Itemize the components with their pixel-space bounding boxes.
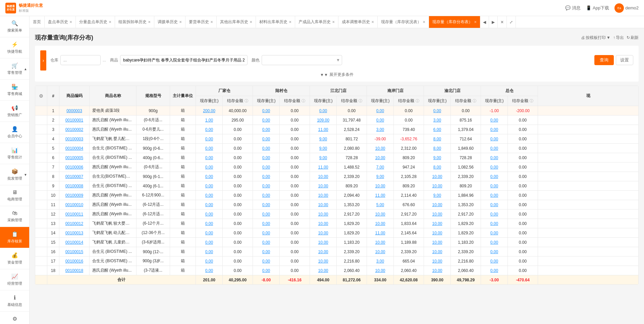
tab-requisition[interactable]: 要货单历史 ✕ bbox=[185, 16, 217, 28]
cell-factory-qty: 0.00 bbox=[196, 200, 223, 210]
warehouse-field: 仓库 ... bbox=[50, 55, 106, 65]
cell-nanan-amt: 739.40 bbox=[394, 125, 424, 134]
sidebar-item-retailstats[interactable]: 📊 零售统计 bbox=[0, 143, 29, 164]
tab-close-stock-dist[interactable]: ✕ bbox=[474, 20, 477, 24]
tab-stock-dist[interactable]: 现存量（库存分布表） ✕ bbox=[429, 16, 480, 28]
tab-expand-btn[interactable]: ⤢ bbox=[507, 16, 516, 28]
tab-close-stockcheck[interactable]: ✕ bbox=[69, 20, 72, 24]
table-row: 4 00100003 飞鹤星飞帆 婴儿配方奶... 1段(0-6个... 箱 0… bbox=[35, 134, 639, 144]
cell-gear bbox=[35, 153, 47, 163]
sidebar-item-ecommerce[interactable]: 🖥 电商管理 bbox=[0, 185, 29, 206]
cell-nanan-amt: 2,145.64 bbox=[394, 228, 424, 238]
app-download-btn[interactable]: 📱 App下载 bbox=[586, 5, 609, 11]
sidebar-item-retailshop[interactable]: 🏪 零售商城 bbox=[0, 80, 29, 101]
cell-gear bbox=[35, 134, 47, 144]
cell-yubei-amt: 875.16 bbox=[451, 115, 481, 125]
cell-name: 合生元 (BIOSTIME) ... bbox=[90, 181, 137, 191]
cell-nanan-qty: 9.00 bbox=[367, 172, 394, 181]
tab-stockcheck[interactable]: 盘点单历史 ✕ bbox=[45, 16, 76, 28]
message-icon: 💬 bbox=[565, 5, 571, 10]
sidebar-item-baseinfo[interactable]: ℹ 基础信息 bbox=[0, 290, 29, 312]
warehouse-ellipsis: ... bbox=[103, 58, 106, 62]
logo-area: 畅捷通好生意 畅捷通好生意 标准版 bbox=[5, 3, 43, 13]
table-row: 17 00100016 合生元 (BIOSTIME) ... 900g (3岁.… bbox=[35, 257, 639, 266]
cell-yubei-amt: 2,339.20 bbox=[451, 172, 481, 181]
tab-product-in-label: 产成品入库单历史 bbox=[299, 19, 331, 25]
cell-index: 12 bbox=[47, 210, 59, 219]
cell-factory-qty: 1.00 bbox=[196, 115, 223, 125]
expand-more-btn[interactable]: ▼▼ 展开更多条件 bbox=[40, 71, 633, 78]
cell-factory-qty: 0.00 bbox=[196, 181, 223, 191]
cell-jiangbei-amt: 2,060.40 bbox=[337, 266, 367, 275]
sidebar-item-purchase[interactable]: 🛍 采购管理 bbox=[0, 206, 29, 227]
settings-col-icon[interactable]: ⚙ bbox=[39, 93, 43, 99]
sidebar-item-member[interactable]: 👤 会员中心 bbox=[0, 122, 29, 143]
message-btn[interactable]: 💬 消息 bbox=[565, 5, 581, 11]
user-area[interactable]: Ea demo2 bbox=[614, 3, 639, 13]
col-header-spec: 规格型号 bbox=[137, 86, 170, 106]
sidebar-item-inventory[interactable]: 📋 库存核算 bbox=[0, 227, 29, 248]
print-btn[interactable]: 🖨 按模板打印 ▼ bbox=[581, 35, 610, 41]
cell-jiangbei-amt: 0.00 bbox=[337, 106, 367, 115]
sidebar-item-wholesale[interactable]: 📦 批发管理 ▼ bbox=[0, 164, 29, 185]
tab-cost-adjust[interactable]: 成本调整单历史 ✕ bbox=[338, 16, 378, 28]
sidebar-item-search[interactable]: 🔍 搜索英单 bbox=[0, 16, 29, 37]
table-row: 6 00100005 合生元 (BIOSTIME) ... 400g (0-6.… bbox=[35, 153, 639, 163]
tab-close-other-out[interactable]: ✕ bbox=[250, 20, 252, 24]
retail-icon: 🛒 bbox=[11, 62, 18, 69]
print-icon: 🖨 bbox=[581, 35, 585, 40]
footer-yubei-amt: 49,798.29 bbox=[451, 275, 481, 285]
collapse-btn[interactable]: › bbox=[40, 50, 46, 71]
cell-nanan-qty: 7.00 bbox=[367, 163, 394, 172]
sidebar-item-finance[interactable]: 💰 资金管理 bbox=[0, 248, 29, 269]
cell-code: 00100011 bbox=[59, 210, 90, 219]
tab-close-partialstock[interactable]: ✕ bbox=[109, 20, 111, 24]
col-sub-factory-amt: 结存金额 ⓘ bbox=[223, 96, 253, 106]
cell-nanan-qty: 3.00 bbox=[367, 257, 394, 266]
goods-input[interactable] bbox=[120, 55, 248, 65]
cell-total-amt: 0.00 bbox=[508, 172, 538, 181]
cell-name: 惠氏启醒 (Wyeth illu... bbox=[90, 125, 137, 134]
col-sub-factory-qty: 现存量(主) bbox=[196, 96, 223, 106]
col-sub-nanan-amt: 结存金额 ⓘ bbox=[394, 96, 424, 106]
tab-assemble[interactable]: 组装拆卸单历史 ✕ bbox=[115, 16, 154, 28]
sidebar-label-operations: 经营管理 bbox=[7, 281, 22, 286]
sidebar-item-marketing[interactable]: 📢 营销推广 bbox=[0, 101, 29, 122]
settings-button[interactable]: 设置 bbox=[616, 55, 633, 65]
color-input[interactable] bbox=[262, 55, 342, 65]
tab-close-stock-status[interactable]: ✕ bbox=[423, 20, 425, 24]
cell-yubei-qty: 9.00 bbox=[424, 191, 451, 200]
tab-product-in[interactable]: 产成品入库单历史 ✕ bbox=[295, 16, 338, 28]
tab-home[interactable]: 首页 bbox=[30, 16, 45, 28]
sidebar-item-system[interactable]: ⚙ 系统管理 bbox=[0, 312, 29, 324]
cell-index: 2 bbox=[47, 115, 59, 125]
tab-more-btn[interactable]: ✕ bbox=[498, 16, 507, 28]
tab-close-assemble[interactable]: ✕ bbox=[148, 20, 151, 24]
tab-other-out[interactable]: 其他出库单历史 ✕ bbox=[217, 16, 256, 28]
tab-material-out-label: 材料出库单历史 bbox=[259, 19, 287, 25]
tab-close-cost-adjust[interactable]: ✕ bbox=[371, 20, 374, 24]
sidebar-item-operations[interactable]: 📈 经营管理 bbox=[0, 269, 29, 290]
cell-total-amt: 0.00 bbox=[508, 257, 538, 266]
cell-code: 00100016 bbox=[59, 257, 90, 266]
tab-close-material-out[interactable]: ✕ bbox=[289, 20, 291, 24]
tab-close-product-in[interactable]: ✕ bbox=[332, 20, 335, 24]
tab-transfer[interactable]: 调拨单历史 ✕ bbox=[154, 16, 185, 28]
query-button[interactable]: 查询 bbox=[594, 55, 614, 65]
tab-close-requisition[interactable]: ✕ bbox=[210, 20, 213, 24]
refresh-btn[interactable]: ↻ 刷新 bbox=[627, 35, 639, 41]
tab-prev-btn[interactable]: ◀ bbox=[480, 16, 489, 28]
cell-extra bbox=[538, 144, 639, 153]
cell-total-qty: 0.00 bbox=[481, 266, 508, 275]
sidebar-item-quicknav[interactable]: ⚡ 快捷导航 bbox=[0, 37, 29, 58]
warehouse-input[interactable] bbox=[60, 55, 101, 65]
tab-material-out[interactable]: 材料出库单历史 ✕ bbox=[256, 16, 295, 28]
tab-partialstock[interactable]: 分量盘点单历史 ✕ bbox=[76, 16, 115, 28]
export-btn[interactable]: ↑ 导出 bbox=[613, 35, 624, 41]
tab-close-transfer[interactable]: ✕ bbox=[179, 20, 182, 24]
cell-code: 00100006 bbox=[59, 163, 90, 172]
tab-next-btn[interactable]: ▶ bbox=[489, 16, 498, 28]
tab-stock-status[interactable]: 现存量（库存状况表） ✕ bbox=[378, 16, 429, 28]
cell-yubei-amt: 1,353.20 bbox=[451, 200, 481, 210]
sidebar-item-retail[interactable]: 🛒 零售管理 ▲ bbox=[0, 58, 29, 80]
